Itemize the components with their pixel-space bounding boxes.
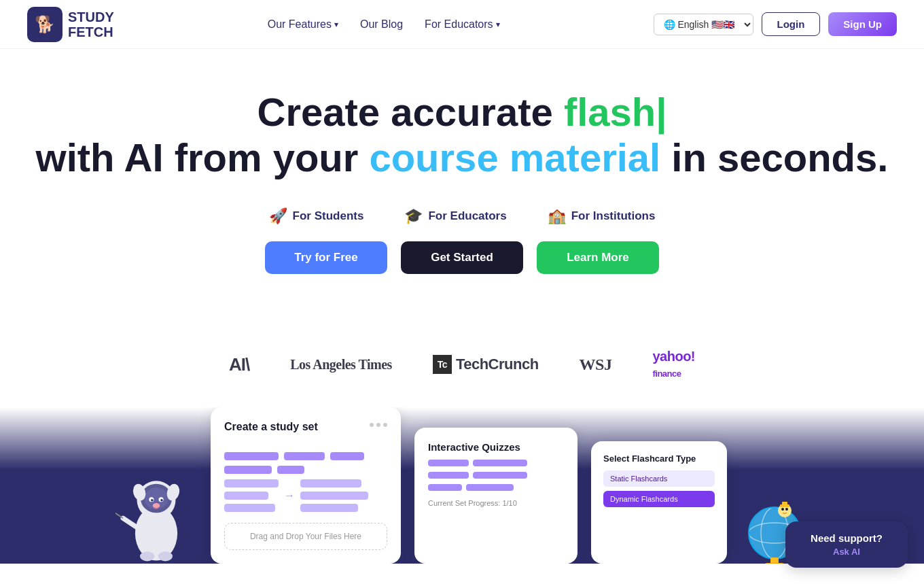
quiz-bar-row	[428, 460, 564, 466]
fc-option-dynamic[interactable]: Dynamic Flashcards	[603, 491, 715, 507]
audience-tabs: 🚀 For Students 🎓 For Educators 🏫 For Ins…	[14, 207, 910, 225]
quiz-bar-row	[428, 472, 564, 479]
quiz-bar	[466, 484, 514, 491]
hero-section: Create accurate flash| with AI from your…	[0, 49, 924, 335]
hero-title-part3: in seconds.	[660, 135, 888, 179]
hero-title-highlight-blue: course material	[369, 135, 660, 179]
quiz-bar-row	[428, 484, 564, 491]
study-card-title: Create a study set	[224, 421, 318, 433]
language-select[interactable]: 🌐 English 🇺🇸🇬🇧	[654, 14, 753, 35]
dog-svg	[116, 455, 197, 564]
institution-icon: 🏫	[548, 207, 566, 225]
yahoo-finance-text: finance	[652, 368, 681, 379]
quiz-bar	[473, 472, 527, 479]
yahoo-logo: yahoo! finance	[652, 349, 695, 380]
try-free-button[interactable]: Try for Free	[265, 241, 387, 274]
hero-title-part1: Create accurate	[257, 90, 564, 134]
line-block	[224, 492, 268, 500]
arrow-icon: →	[284, 489, 295, 502]
tab-institutions-label: For Institutions	[571, 209, 656, 223]
quiz-bar	[473, 460, 527, 466]
svg-line-11	[123, 519, 137, 528]
svg-point-13	[140, 552, 154, 562]
graduation-icon: 🎓	[404, 207, 423, 225]
logo-text: STUDY FETCH	[68, 10, 114, 39]
dot	[370, 423, 374, 427]
dot	[376, 423, 380, 427]
rocket-icon: 🚀	[269, 207, 287, 225]
content-line-row	[224, 452, 387, 460]
fc-option-static[interactable]: Static Flashcards	[603, 470, 715, 487]
nav-blog[interactable]: Our Blog	[360, 18, 403, 31]
study-card-dots	[370, 423, 387, 427]
svg-rect-20	[765, 563, 784, 564]
nav-features[interactable]: Our Features ▾	[268, 18, 338, 31]
ask-ai-button[interactable]: Ask AI	[799, 547, 894, 557]
dot	[383, 423, 387, 427]
learn-more-button[interactable]: Learn More	[537, 241, 659, 274]
study-set-card: Create a study set	[211, 407, 401, 564]
svg-point-10	[153, 503, 160, 508]
svg-point-8	[151, 499, 154, 502]
content-line-row: →	[224, 479, 387, 512]
tab-educators-label: For Educators	[428, 209, 506, 223]
quiz-bar	[428, 484, 462, 491]
logo-icon: 🐕	[27, 7, 63, 42]
line-block	[300, 504, 358, 512]
hero-title: Create accurate flash| with AI from your…	[14, 90, 910, 180]
navbar: 🐕 STUDY FETCH Our Features ▾ Our Blog Fo…	[0, 0, 924, 49]
svg-point-22	[781, 508, 784, 511]
nav-right: 🌐 English 🇺🇸🇬🇧 Login Sign Up	[654, 12, 898, 36]
progress-text: Current Set Progress: 1/10	[428, 499, 564, 507]
svg-rect-19	[770, 557, 779, 564]
line-block	[300, 492, 368, 500]
yahoo-text: yahoo!	[652, 349, 695, 364]
chevron-down-icon: ▾	[496, 20, 500, 29]
tab-students-label: For Students	[293, 209, 364, 223]
content-line-row	[224, 466, 387, 474]
hero-title-part2: with AI from your	[36, 135, 370, 179]
quiz-card-title: Interactive Quizzes	[428, 441, 564, 453]
svg-point-9	[160, 499, 163, 502]
line-block	[284, 452, 325, 460]
line-block	[224, 466, 272, 474]
fc-card-title: Select Flashcard Type	[603, 453, 715, 464]
la-times-logo: Los Angeles Times	[290, 357, 392, 373]
techcrunch-text: TechCrunch	[456, 356, 539, 373]
line-block	[300, 479, 361, 487]
tab-educators[interactable]: 🎓 For Educators	[404, 207, 506, 225]
svg-rect-25	[782, 502, 787, 506]
svg-line-12	[116, 513, 123, 519]
line-block	[277, 466, 304, 474]
wsj-logo: WSJ	[580, 356, 612, 374]
nav-links: Our Features ▾ Our Blog For Educators ▾	[268, 18, 500, 31]
quiz-bar	[428, 460, 469, 466]
quiz-bar	[428, 472, 469, 479]
drag-drop-zone[interactable]: Drag and Drop Your Files Here	[224, 523, 387, 550]
tab-students[interactable]: 🚀 For Students	[269, 207, 364, 225]
svg-point-14	[158, 552, 173, 562]
line-block	[330, 452, 364, 460]
nav-educators[interactable]: For Educators ▾	[425, 18, 499, 31]
hero-title-highlight-green: flash|	[564, 90, 667, 134]
signup-button[interactable]: Sign Up	[828, 12, 897, 36]
techcrunch-logo: Tc TechCrunch	[433, 355, 539, 374]
tab-institutions[interactable]: 🏫 For Institutions	[548, 207, 656, 225]
anthropic-logo: AI\	[229, 354, 249, 375]
line-block	[224, 504, 275, 512]
content-lines: →	[224, 452, 387, 512]
dog-character	[116, 455, 197, 564]
support-title: Need support?	[799, 532, 894, 544]
techcrunch-icon: Tc	[433, 355, 452, 374]
login-button[interactable]: Login	[762, 12, 821, 36]
flashcard-type-card: Select Flashcard Type Static Flashcards …	[591, 441, 727, 564]
quiz-card: Interactive Quizzes Current Set Progress…	[414, 428, 578, 564]
support-chat: Need support? Ask AI	[785, 521, 908, 564]
cta-row: Try for Free Get Started Learn More	[14, 241, 910, 274]
get-started-button[interactable]: Get Started	[401, 241, 523, 274]
line-block	[224, 452, 279, 460]
chevron-down-icon: ▾	[334, 20, 338, 29]
press-logos: AI\ Los Angeles Times Tc TechCrunch WSJ …	[0, 335, 924, 407]
svg-point-23	[785, 508, 788, 511]
logo[interactable]: 🐕 STUDY FETCH	[27, 7, 114, 42]
